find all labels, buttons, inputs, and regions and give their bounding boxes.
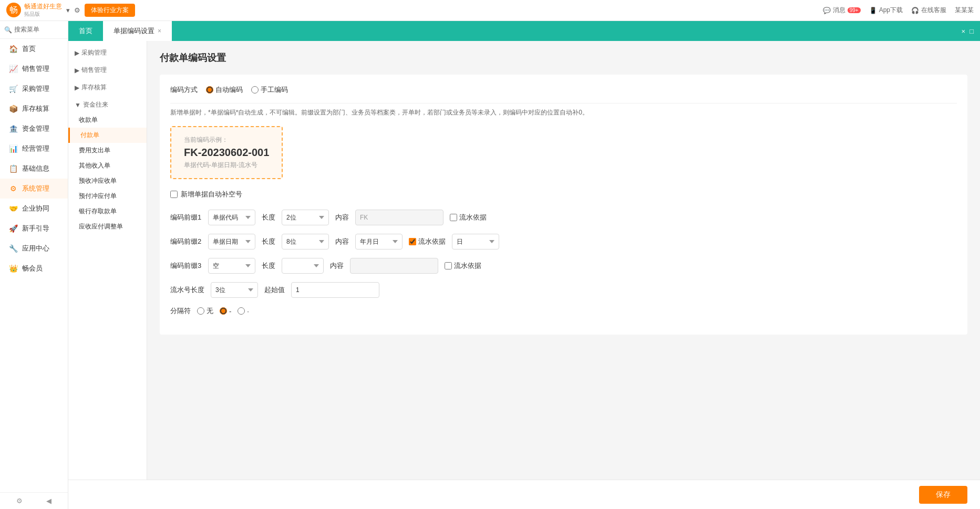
sidebar-item-adjust[interactable]: 应收应付调整单 [68,219,147,234]
bottom-bar: 保存 [68,480,980,509]
sidebar-item-system[interactable]: ⚙ 系统管理 [0,179,68,199]
sidebar-item-guide[interactable]: 🚀 新手引导 [0,219,68,238]
page-title: 付款单编码设置 [160,51,967,64]
prefix1-group: 单据代码 [208,210,255,225]
stream1-checkbox[interactable] [450,214,457,221]
sidebar-item-member[interactable]: 👑 畅会员 [0,258,68,278]
prefix2-label: 编码前缀2 [170,237,202,246]
stream2-unit-select[interactable]: 日 [452,234,499,250]
length1-select[interactable]: 2位 [282,210,329,225]
logo-text: 畅通道好生意 拓品版 [24,3,62,17]
prefix1-select[interactable]: 单据代码 [208,210,255,225]
manual-encode-input[interactable] [251,86,259,94]
group-sales-title[interactable]: ▶ 销售管理 [68,63,147,78]
nav-dropdown-arrow[interactable]: ▾ [66,6,70,14]
home-icon: 🏠 [8,44,18,54]
auto-encode-radio[interactable]: 自动编码 [206,85,243,95]
start-value-input[interactable] [291,282,379,298]
sidebar-item-advance-receipt[interactable]: 预收冲应收单 [68,173,147,189]
operations-icon: 📊 [8,144,18,153]
sidebar-item-payment[interactable]: 付款单 [68,128,147,143]
separator-row: 分隔符 无 - · [170,306,957,316]
sep-dot-input[interactable] [238,307,245,315]
sidebar-item-home[interactable]: 🏠 首页 [0,39,68,59]
online-service-link[interactable]: 🎧 在线客服 [911,6,946,15]
group-capital-title[interactable]: ▼ 资金往来 [68,97,147,112]
sidebar-item-inventory[interactable]: 📦 库存核算 [0,99,68,119]
main-layout: 🔍 搜索菜单 🏠 首页 📈 销售管理 🛒 采购管理 📦 库存核算 🏦 资金管理 … [0,21,980,509]
tab-expand-icon[interactable]: □ [969,27,974,35]
group-purchase-title[interactable]: ▶ 采购管理 [68,45,147,60]
sep-none-radio[interactable]: 无 [197,306,213,316]
length2-label: 长度 [262,237,275,246]
sidebar-item-finance[interactable]: 🏦 资金管理 [0,119,68,139]
content2-select[interactable]: 年月日 [355,234,403,250]
tab-window-close-icon[interactable]: × [962,27,966,35]
headset-icon: 🎧 [911,7,919,14]
finance-icon: 🏦 [8,124,18,133]
content3-label: 内容 [330,261,344,271]
stream2-label: 流水依据 [418,237,446,246]
manual-encode-radio[interactable]: 手工编码 [251,85,288,95]
tab-home[interactable]: 首页 [68,21,103,41]
content3-input[interactable] [350,258,438,274]
sidebar-item-operations[interactable]: 📊 经营管理 [0,139,68,159]
sep-dash-radio[interactable]: - [220,307,231,315]
sep-dot-char: · [247,307,249,315]
sidebar-item-advance-payment[interactable]: 预付冲应付单 [68,189,147,204]
stream3-checkbox[interactable] [445,262,452,269]
top-bar: 畅 畅通道好生意 拓品版 ▾ ⚙ 体验行业方案 💬 消息 99+ 📱 App下载… [0,0,980,21]
content1-input[interactable] [355,210,443,225]
sidebar-item-expense[interactable]: 费用支出单 [68,143,147,158]
prefix2-group: 单据日期 [208,234,255,250]
save-button[interactable]: 保存 [919,486,967,504]
length3-group [282,258,324,274]
search-menu[interactable]: 🔍 搜索菜单 [0,21,68,39]
serial-length-select[interactable]: 3位 [211,282,258,298]
preview-label: 当前编码示例： [184,136,269,144]
tab-close-icon[interactable]: × [158,27,161,35]
prefix3-label: 编码前缀3 [170,261,202,271]
sep-none-input[interactable] [197,307,204,315]
sidebar-item-bank[interactable]: 银行存取款单 [68,204,147,219]
logo: 畅 畅通道好生意 拓品版 [6,3,62,17]
app-download-link[interactable]: 📱 App下载 [869,6,903,15]
group-purchase: ▶ 采购管理 [68,45,147,60]
trial-button[interactable]: 体验行业方案 [85,4,135,17]
sidebar-bottom: ⚙ ◀ [0,492,68,509]
top-bar-right: 💬 消息 99+ 📱 App下载 🎧 在线客服 某某某 [823,6,974,15]
top-bar-nav: ▾ ⚙ [66,6,80,14]
sidebar-settings-icon[interactable]: ⚙ [16,497,23,505]
auto-fill-checkbox[interactable] [170,191,178,198]
tab-settings[interactable]: 单据编码设置 × [103,21,172,41]
prefix3-select[interactable]: 空 [208,258,255,274]
length2-select[interactable]: 8位 [282,234,329,250]
auto-encode-input[interactable] [206,86,213,94]
sidebar-item-sales[interactable]: 📈 销售管理 [0,59,68,79]
main-content: 付款单编码设置 编码方式 自动编码 手工编码 [147,41,980,480]
chevron-right-icon3: ▶ [75,84,79,91]
sidebar-item-other-income[interactable]: 其他收入单 [68,158,147,173]
sidebar-item-enterprise[interactable]: 🤝 企业协同 [0,199,68,219]
sidebar-item-app-center[interactable]: 🔧 应用中心 [0,238,68,258]
encode-type-row: 编码方式 自动编码 手工编码 [170,85,957,95]
message-link[interactable]: 💬 消息 99+ [823,6,861,15]
content2-group: 年月日 [355,234,403,250]
gear-icon[interactable]: ⚙ [74,6,80,14]
top-bar-left: 畅 畅通道好生意 拓品版 ▾ ⚙ 体验行业方案 [6,3,135,17]
sidebar-item-receipt[interactable]: 收款单 [68,112,147,128]
group-inventory: ▶ 库存核算 [68,80,147,95]
length1-label: 长度 [262,213,275,222]
stream2-checkbox[interactable] [409,238,416,245]
content2-label: 内容 [335,237,349,246]
length3-label: 长度 [262,261,275,271]
sep-dot-radio[interactable]: · [238,307,249,315]
prefix2-select[interactable]: 单据日期 [208,234,255,250]
sidebar-item-purchase[interactable]: 🛒 采购管理 [0,79,68,99]
sidebar-item-basic-info[interactable]: 📋 基础信息 [0,159,68,179]
user-menu[interactable]: 某某某 [955,6,974,15]
group-inventory-title[interactable]: ▶ 库存核算 [68,80,147,95]
length3-select[interactable] [282,258,324,274]
sep-dash-input[interactable] [220,307,227,315]
sidebar-collapse-icon[interactable]: ◀ [46,497,51,505]
